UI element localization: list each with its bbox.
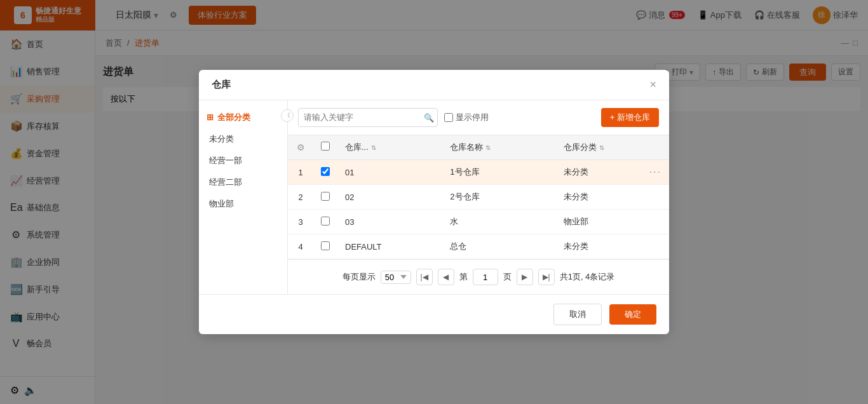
next-page-button[interactable]: ▶: [517, 269, 533, 285]
add-warehouse-button[interactable]: + 新增仓库: [601, 108, 659, 127]
warehouse-table-wrap: ⚙ 仓库...⇅ 仓库名称⇅: [288, 135, 669, 260]
show-disabled-checkbox[interactable]: [444, 113, 453, 122]
table-header-row: ⚙ 仓库...⇅ 仓库名称⇅: [288, 135, 669, 160]
table-row: 1 01 1号仓库 未分类 ···: [288, 159, 669, 185]
first-page-button[interactable]: |◀: [416, 269, 433, 285]
category-all-header[interactable]: ⊞ 全部分类: [199, 107, 287, 128]
row-code: DEFAULT: [337, 234, 442, 259]
row-num: 2: [288, 185, 313, 210]
th-category: 仓库分类⇅: [556, 135, 669, 160]
collapse-button[interactable]: 《: [281, 109, 294, 122]
th-name: 仓库名称⇅: [442, 135, 555, 160]
row-code: 02: [337, 185, 442, 210]
search-input-wrap: 🔍: [298, 108, 438, 127]
category-panel: ⊞ 全部分类 《 未分类经营一部经营二部物业部: [199, 100, 288, 295]
row-name: 总仓: [442, 234, 555, 259]
show-disabled-text: 显示停用: [456, 112, 489, 123]
category-list: 未分类经营一部经营二部物业部: [199, 128, 287, 215]
row-checkbox[interactable]: [321, 217, 330, 226]
table-row: 4 DEFAULT 总仓 未分类: [288, 234, 669, 259]
row-code: 03: [337, 210, 442, 234]
sort-category-icon: ⇅: [599, 144, 604, 151]
warehouse-table: ⚙ 仓库...⇅ 仓库名称⇅: [288, 135, 669, 260]
warehouse-modal: 仓库 × ⊞ 全部分类 《 未分类经营一部经营二部物业部 🔍: [199, 70, 669, 335]
modal-header: 仓库 ×: [199, 70, 669, 100]
sort-name-icon: ⇅: [485, 144, 491, 151]
row-checkbox-cell: [313, 234, 337, 259]
row-checkbox[interactable]: [321, 241, 330, 250]
search-input[interactable]: [298, 108, 438, 127]
page-number-input[interactable]: [473, 269, 498, 285]
row-category: 未分类 ···: [556, 160, 669, 185]
page-size-select[interactable]: 50 10 20 100: [381, 271, 411, 284]
row-num: 1: [288, 159, 313, 185]
modal-close-button[interactable]: ×: [649, 79, 656, 90]
category-item[interactable]: 经营一部: [199, 150, 287, 172]
pagination: 每页显示 50 10 20 100 |◀ ◀ 第 页 ▶ ▶| 共1页, 4条记…: [288, 259, 669, 294]
row-checkbox-cell: [313, 185, 337, 210]
row-name: 水: [442, 210, 555, 234]
grid-icon: ⊞: [207, 112, 214, 122]
select-all-checkbox[interactable]: [321, 142, 330, 151]
content-panel: 🔍 显示停用 + 新增仓库 ⚙: [288, 100, 669, 295]
page-label: 第: [459, 271, 468, 283]
table-row: 3 03 水 物业部: [288, 210, 669, 234]
page-size-label: 每页显示: [342, 271, 376, 283]
search-icon[interactable]: 🔍: [424, 112, 434, 122]
th-gear: ⚙: [288, 135, 313, 160]
category-item[interactable]: 未分类: [199, 128, 287, 150]
row-checkbox-cell: [313, 210, 337, 234]
table-row: 2 02 2号仓库 未分类: [288, 185, 669, 210]
sort-code-icon: ⇅: [371, 144, 376, 151]
modal-title: 仓库: [212, 79, 231, 91]
row-name: 1号仓库: [442, 159, 555, 185]
row-name: 2号仓库: [442, 185, 555, 210]
gear-col-icon: ⚙: [297, 142, 305, 152]
row-code: 01: [337, 159, 442, 185]
table-body: 1 01 1号仓库 未分类 ··· 2 02 2号仓库 未分类 3: [288, 159, 669, 259]
page-summary: 共1页, 4条记录: [560, 271, 615, 283]
row-num: 3: [288, 210, 313, 234]
th-checkbox: [313, 135, 337, 160]
row-checkbox[interactable]: [321, 192, 330, 201]
row-checkbox[interactable]: [321, 167, 330, 176]
row-category: 物业部: [556, 210, 669, 234]
search-bar: 🔍 显示停用 + 新增仓库: [288, 100, 669, 135]
category-item[interactable]: 物业部: [199, 193, 287, 215]
modal-footer: 取消 确定: [199, 294, 669, 334]
category-all-label: 全部分类: [217, 112, 250, 123]
row-category: 未分类: [556, 234, 669, 259]
row-more-icon[interactable]: ···: [649, 166, 661, 178]
row-num: 4: [288, 234, 313, 259]
prev-page-button[interactable]: ◀: [438, 269, 454, 285]
confirm-button[interactable]: 确定: [609, 304, 656, 325]
cancel-button[interactable]: 取消: [553, 304, 602, 325]
modal-overlay: 仓库 × ⊞ 全部分类 《 未分类经营一部经营二部物业部 🔍: [0, 0, 868, 404]
row-category: 未分类: [556, 185, 669, 210]
th-code: 仓库...⇅: [337, 135, 442, 160]
modal-body: ⊞ 全部分类 《 未分类经营一部经营二部物业部 🔍 显示停用: [199, 100, 669, 295]
row-checkbox-cell: [313, 159, 337, 185]
category-item[interactable]: 经营二部: [199, 172, 287, 193]
show-disabled-label[interactable]: 显示停用: [444, 112, 489, 123]
page-unit: 页: [503, 271, 512, 283]
last-page-button[interactable]: ▶|: [538, 269, 555, 285]
